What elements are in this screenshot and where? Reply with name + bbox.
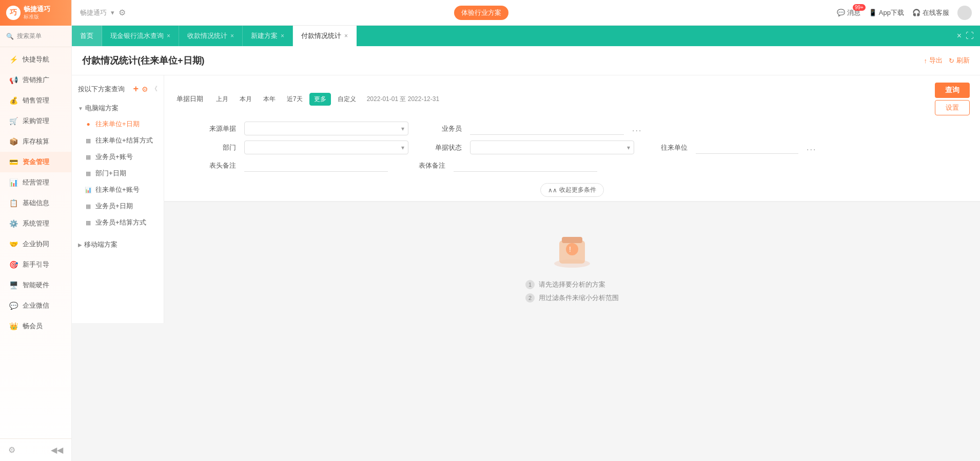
topbar-mid: 体验行业方案 xyxy=(454,6,508,20)
sidebar-item-quick-nav[interactable]: ⚡ 快捷导航 xyxy=(0,49,71,70)
counterpart-input[interactable] xyxy=(696,142,798,154)
topbar-left: 畅捷通巧 ▾ ⚙ xyxy=(80,8,126,17)
plan-item-counterpart-account[interactable]: 📊 往来单位+账号 xyxy=(72,182,164,198)
messages-action[interactable]: 💬 消息 99+ xyxy=(837,8,860,17)
sidebar-item-marketing[interactable]: 📢 营销推广 xyxy=(0,70,71,90)
app-download-action[interactable]: 📱 App下载 xyxy=(869,8,904,17)
plan-add-icon[interactable]: + xyxy=(133,84,139,94)
table-header-note-input[interactable] xyxy=(244,159,388,172)
date-btn-last-month[interactable]: 上月 xyxy=(211,93,233,106)
tab-close-new-plan[interactable]: × xyxy=(281,32,284,39)
topbar-settings-icon[interactable]: ⚙ xyxy=(119,8,126,17)
user-avatar[interactable] xyxy=(957,6,972,20)
tab-payment-stats[interactable]: 付款情况统计 × xyxy=(293,26,357,46)
sidebar-search[interactable]: 🔍 搜索菜单 xyxy=(0,26,71,47)
sidebar-item-corp[interactable]: 🤝 企业协同 xyxy=(0,234,71,254)
plan-item-salesman-settlement[interactable]: ▦ 业务员+结算方式 xyxy=(72,214,164,231)
plan-settings-icon[interactable]: ⚙ xyxy=(142,85,148,93)
plan-header: 按以下方案查询 + ⚙ 《 xyxy=(72,81,164,97)
export-icon: ↑ xyxy=(924,57,928,65)
sidebar-item-system[interactable]: ⚙️ 系统管理 xyxy=(0,213,71,234)
plan-collapse-icon[interactable]: 《 xyxy=(151,85,158,93)
query-actions: 查询 设置 xyxy=(935,83,970,115)
salesman-dots[interactable]: ... xyxy=(632,124,642,133)
tab-home[interactable]: 首页 xyxy=(72,26,102,46)
right-content: 单据日期 上月 本月 本年 近7天 更多 自定义 2022-01-01 至 20… xyxy=(164,75,980,323)
hardware-icon: 🖥️ xyxy=(8,280,18,290)
plan-section-desktop-header[interactable]: ▼ 电脑端方案 xyxy=(72,101,164,116)
sidebar-item-capital[interactable]: 💳 资金管理 xyxy=(0,152,71,172)
page-content: 付款情况统计(往来单位+日期) ↑ 导出 ↻ 刷新 按以下方案查询 + xyxy=(72,46,980,461)
tabbar-actions: × ⛶ xyxy=(951,26,980,46)
date-btn-custom[interactable]: 自定义 xyxy=(333,93,361,106)
doc-status-select[interactable] xyxy=(470,141,634,154)
source-doc-label: 来源单据 xyxy=(207,124,236,133)
sidebar-collapse-icon[interactable]: ◀◀ xyxy=(51,445,63,455)
sidebar-item-hardware[interactable]: 🖥️ 智能硬件 xyxy=(0,275,71,295)
plan-grid-icon-5: ▦ xyxy=(84,218,92,227)
dept-select[interactable] xyxy=(244,141,408,154)
collapse-more-button[interactable]: ∧∧ 收起更多条件 xyxy=(540,183,604,197)
plan-chart-icon: 📊 xyxy=(84,186,92,194)
refresh-button[interactable]: ↻ 刷新 xyxy=(949,56,970,65)
tip-number-1: 1 xyxy=(525,280,535,289)
salesman-input[interactable] xyxy=(470,123,624,135)
tabbar-expand-icon[interactable]: ⛶ xyxy=(966,31,974,41)
tab-receipt-stats[interactable]: 收款情况统计 × xyxy=(179,26,243,46)
settings-button[interactable]: 设置 xyxy=(935,100,970,115)
tab-close-receipt-stats[interactable]: × xyxy=(230,32,234,39)
counterpart-dots[interactable]: ... xyxy=(807,143,816,152)
sidebar-item-operation[interactable]: 📊 经营管理 xyxy=(0,172,71,193)
member-icon: 👑 xyxy=(8,321,18,331)
sidebar: 巧 畅捷通巧 标准版 🔍 搜索菜单 ⚡ 快捷导航 📢 营销推广 💰 销售管理 🛒… xyxy=(0,0,72,461)
sidebar-item-member[interactable]: 👑 畅会员 xyxy=(0,316,71,336)
service-icon: 🎧 xyxy=(912,9,920,16)
dept-select-wrapper xyxy=(244,141,408,154)
empty-tip-1: 1 请先选择要分析的方案 xyxy=(525,280,619,289)
tabbar-close-icon[interactable]: × xyxy=(957,31,962,41)
messages-badge: 99+ xyxy=(853,4,866,11)
sidebar-footer: ⚙ ◀◀ xyxy=(0,438,71,461)
plan-item-salesman-account[interactable]: ▦ 业务员+账号 xyxy=(72,149,164,165)
source-doc-select[interactable] xyxy=(244,122,408,135)
plan-item-counterpart-settlement[interactable]: ▦ 往来单位+结算方式 xyxy=(72,132,164,149)
online-service-action[interactable]: 🎧 在线客服 xyxy=(912,8,949,17)
export-button[interactable]: ↑ 导出 xyxy=(924,56,943,65)
date-options: 上月 本月 本年 近7天 更多 自定义 2022-01-01 至 2022-12… xyxy=(211,93,439,106)
tab-close-payment-stats[interactable]: × xyxy=(344,32,348,39)
plan-section-mobile: ▶ 移动端方案 xyxy=(72,234,164,255)
page-actions: ↑ 导出 ↻ 刷新 xyxy=(924,56,970,65)
search-menu-button[interactable]: 🔍 搜索菜单 xyxy=(6,30,65,43)
sidebar-item-sales[interactable]: 💰 销售管理 xyxy=(0,90,71,111)
trial-btn[interactable]: 体验行业方案 xyxy=(454,6,508,20)
date-btn-more[interactable]: 更多 xyxy=(309,93,331,106)
sidebar-item-wechat[interactable]: 💬 企业微信 xyxy=(0,295,71,316)
tab-bank-flow[interactable]: 现金银行流水查询 × xyxy=(102,26,179,46)
table-body-note-input[interactable] xyxy=(454,159,597,172)
guide-icon: 🎯 xyxy=(8,259,18,270)
filter-row-1: 单据日期 上月 本月 本年 近7天 更多 自定义 2022-01-01 至 20… xyxy=(174,83,970,115)
plan-grid-icon-3: ▦ xyxy=(84,169,92,177)
sidebar-item-inventory[interactable]: 📦 库存核算 xyxy=(0,131,71,152)
sidebar-item-basic[interactable]: 📋 基础信息 xyxy=(0,193,71,213)
filter-inner: 单据日期 上月 本月 本年 近7天 更多 自定义 2022-01-01 至 20… xyxy=(164,75,980,179)
svg-rect-2 xyxy=(562,237,582,243)
tab-new-plan[interactable]: 新建方案 × xyxy=(243,26,293,46)
sidebar-settings-icon[interactable]: ⚙ xyxy=(8,445,15,455)
plan-item-dept-date[interactable]: ▦ 部门+日期 xyxy=(72,165,164,182)
plan-item-counterpart-date[interactable]: ● 往来单位+日期 xyxy=(72,116,164,132)
plan-item-salesman-date[interactable]: ▦ 业务员+日期 xyxy=(72,198,164,214)
tab-close-bank-flow[interactable]: × xyxy=(167,32,170,39)
workspace-dropdown-icon[interactable]: ▾ xyxy=(111,9,114,16)
date-btn-this-year[interactable]: 本年 xyxy=(259,93,280,106)
system-icon: ⚙️ xyxy=(8,218,18,229)
date-btn-7days[interactable]: 近7天 xyxy=(282,93,307,106)
date-btn-this-month[interactable]: 本月 xyxy=(235,93,257,106)
download-icon: 📱 xyxy=(869,9,877,16)
sidebar-item-purchase[interactable]: 🛒 采购管理 xyxy=(0,111,71,131)
sidebar-item-guide[interactable]: 🎯 新手引导 xyxy=(0,254,71,275)
marketing-icon: 📢 xyxy=(8,75,18,85)
query-button[interactable]: 查询 xyxy=(935,83,970,98)
plan-section-mobile-header[interactable]: ▶ 移动端方案 xyxy=(72,237,164,252)
topbar: 畅捷通巧 ▾ ⚙ 体验行业方案 💬 消息 99+ 📱 App下载 🎧 在线客服 xyxy=(72,0,980,26)
